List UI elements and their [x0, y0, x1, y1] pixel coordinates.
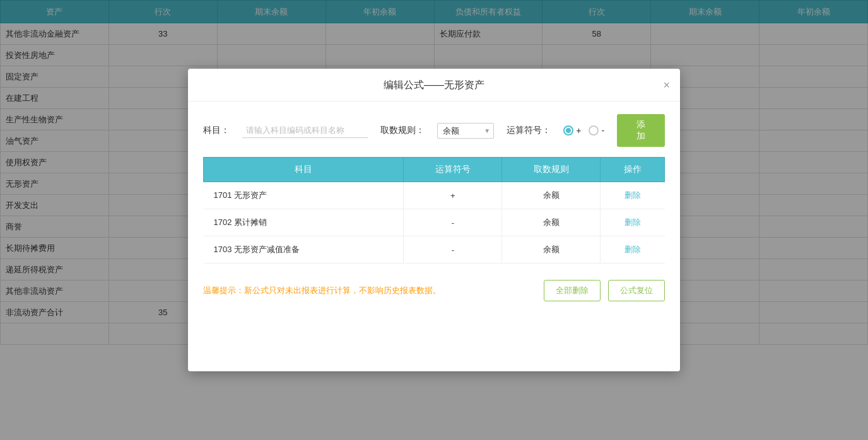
table-row: 1702 累计摊销-余额删除	[204, 209, 665, 236]
formula-operator: -	[404, 209, 502, 236]
add-button[interactable]: 添加	[617, 114, 665, 147]
subject-label: 科目：	[203, 125, 230, 136]
table-header-row: 科目 运算符号 取数规则 操作	[204, 158, 665, 182]
table-row: 1701 无形资产+余额删除	[204, 182, 665, 209]
radio-plus-label: +	[576, 125, 581, 136]
footer-buttons: 全部删除 公式复位	[544, 280, 665, 301]
operator-label: 运算符号：	[507, 125, 551, 136]
th-subject: 科目	[204, 158, 404, 182]
formula-action: 删除	[601, 236, 665, 263]
formula-operator: +	[404, 182, 502, 209]
formula-rule: 余额	[502, 182, 601, 209]
modal-footer: 温馨提示：新公式只对未出报表进行计算，不影响历史报表数据。 全部删除 公式复位	[188, 270, 680, 311]
formula-rule: 余额	[502, 236, 601, 263]
delete-row-button[interactable]: 删除	[625, 190, 641, 201]
th-rule: 取数规则	[502, 158, 601, 182]
radio-minus[interactable]: -	[589, 125, 604, 136]
data-table-wrapper: 科目 运算符号 取数规则 操作 1701 无形资产+余额删除1702 累计摊销-…	[188, 157, 680, 263]
formula-table: 科目 运算符号 取数规则 操作 1701 无形资产+余额删除1702 累计摊销-…	[203, 157, 665, 263]
modal-header: 编辑公式——无形资产 ×	[188, 69, 680, 101]
formula-form: 科目： 取数规则： 余额 借方 贷方 ▼ 运算符号： + -	[188, 101, 680, 157]
formula-subject: 1701 无形资产	[204, 182, 404, 209]
fetch-rule-select[interactable]: 余额 借方 贷方	[437, 123, 494, 139]
formula-rule: 余额	[502, 209, 601, 236]
modal-dialog: 编辑公式——无形资产 × 科目： 取数规则： 余额 借方 贷方 ▼ 运算符号： …	[188, 69, 680, 371]
modal-close-button[interactable]: ×	[663, 79, 670, 91]
formula-action: 删除	[601, 182, 665, 209]
th-operator: 运算符号	[404, 158, 502, 182]
delete-row-button[interactable]: 删除	[625, 244, 641, 255]
radio-minus-label: -	[601, 125, 604, 136]
radio-plus[interactable]: +	[563, 125, 581, 136]
formula-subject: 1703 无形资产减值准备	[204, 236, 404, 263]
operator-radio-group: + -	[563, 125, 604, 136]
th-action: 操作	[601, 158, 665, 182]
radio-minus-circle	[589, 125, 599, 136]
formula-subject: 1702 累计摊销	[204, 209, 404, 236]
delete-row-button[interactable]: 删除	[625, 217, 641, 228]
modal-title: 编辑公式——无形资产	[384, 79, 484, 90]
formula-operator: -	[404, 236, 502, 263]
fetch-rule-label: 取数规则：	[380, 125, 425, 136]
formula-action: 删除	[601, 209, 665, 236]
delete-all-button[interactable]: 全部删除	[544, 280, 601, 301]
subject-input[interactable]	[242, 123, 368, 138]
hint-text: 温馨提示：新公式只对未出报表进行计算，不影响历史报表数据。	[203, 285, 441, 296]
radio-plus-circle	[563, 125, 573, 136]
fetch-rule-select-wrapper: 余额 借方 贷方 ▼	[437, 123, 494, 139]
modal-overlay: 编辑公式——无形资产 × 科目： 取数规则： 余额 借方 贷方 ▼ 运算符号： …	[0, 0, 868, 440]
table-row: 1703 无形资产减值准备-余额删除	[204, 236, 665, 263]
reset-formula-button[interactable]: 公式复位	[608, 280, 665, 301]
